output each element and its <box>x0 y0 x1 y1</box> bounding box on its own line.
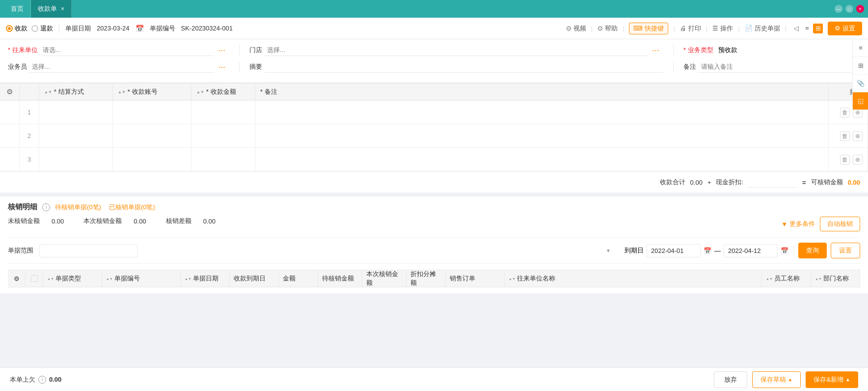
discard-button[interactable]: 放弃 <box>714 371 747 388</box>
save-draft-button[interactable]: 保存草稿 ▲ <box>752 371 801 388</box>
layout-icon-1[interactable]: ◁ <box>791 24 801 33</box>
partner-more-btn[interactable]: ··· <box>214 46 229 55</box>
radio-refund[interactable]: 退款 <box>31 24 53 33</box>
own-info-icon[interactable]: i <box>38 376 46 384</box>
staff-more-btn[interactable]: ··· <box>214 62 229 71</box>
shortcut-button[interactable]: ⌨ 快捷键 <box>629 23 668 34</box>
td-account-2[interactable] <box>113 124 191 147</box>
plus-sign: + <box>707 179 711 186</box>
th-amount: ▲▼ * 收款金额 <box>191 84 255 100</box>
date-from-input[interactable] <box>647 244 701 257</box>
copy-icon-3[interactable]: ⊕ <box>853 155 863 165</box>
tab-receipt[interactable]: 收款单 × <box>31 0 72 18</box>
calendar-icon[interactable]: 📅 <box>136 25 144 32</box>
table-gear-icon[interactable]: ⚙ <box>6 87 13 96</box>
toolbar: 收款 退款 单据日期 2023-03-24 📅 单据编号 SK-20230324… <box>0 18 868 39</box>
range-select-wrapper: ▼ <box>39 244 615 257</box>
tab-close-icon[interactable]: × <box>61 5 64 12</box>
filter-settings-button[interactable]: 设置 <box>831 243 860 258</box>
td-payment-1[interactable] <box>39 101 113 124</box>
more-conditions-btn[interactable]: ▼ 更多条件 <box>781 220 815 228</box>
copy-icon-2[interactable]: ⊕ <box>853 131 863 141</box>
store-input[interactable] <box>264 44 648 56</box>
sort-billtype-icon[interactable]: ▲▼ <box>47 277 54 280</box>
bth-partner: ▲▼ 往来单位名称 <box>505 270 762 287</box>
bth-discount-label: 折扣分摊额 <box>410 270 441 287</box>
remark-input[interactable] <box>698 61 860 73</box>
td-amount-3[interactable] <box>191 148 255 171</box>
verify-stats-row: 未核销金额 0.00 本次核销金额 0.00 核销差额 0.00 ▼ 更多条件 … <box>8 217 860 231</box>
tab-home[interactable]: 首页 <box>4 0 31 18</box>
query-button[interactable]: 查询 <box>798 243 827 258</box>
td-amount-1[interactable] <box>191 101 255 124</box>
partner-input[interactable] <box>40 44 214 56</box>
date-to-input[interactable] <box>724 244 778 257</box>
sort-billdate-icon[interactable]: ▲▼ <box>185 277 191 280</box>
sidebar-table-icon[interactable]: ≡ <box>853 39 868 57</box>
bth-billno-label: 单据编号 <box>114 274 140 283</box>
form-area: * 往来单位 ··· 门店 ··· * 业务类型 预收款 ▼ 业务员 ··· <box>0 39 868 83</box>
info-icon[interactable]: i <box>42 203 50 211</box>
radio-refund-dot <box>31 25 38 32</box>
toolbar-actions: ⊙ 视频 | ⊙ 帮助 | ⌨ 快捷键 | 🖨 打印 | ☰ 操作 | 📄 历史… <box>566 22 862 35</box>
bth-billtype: ▲▼ 单据类型 <box>43 270 102 287</box>
staff-field: 业务员 <box>8 61 214 73</box>
window-close-button[interactable]: × <box>856 5 864 13</box>
section-title: 核销明细 i 待核销单据(0笔) 已核销单据(0笔) <box>8 202 860 212</box>
print-button[interactable]: 🖨 打印 <box>680 24 701 33</box>
td-remark-2[interactable] <box>255 124 829 147</box>
bottom-right: 放弃 保存草稿 ▲ 保存&新增 ▲ <box>714 371 858 388</box>
table-area: ⚙ ▲▼ * 结算方式 ▲▼ * 收款账号 ▲▼ * 收款金额 * 备注 操作 … <box>0 83 868 193</box>
bth-billno: ▲▼ 单据编号 <box>102 270 181 287</box>
sort-partner-icon[interactable]: ▲▼ <box>509 277 515 280</box>
bottom-gear-icon[interactable]: ⚙ <box>14 275 20 282</box>
biz-type-dropdown[interactable]: 预收款 ▼ <box>718 46 860 55</box>
separator-4 <box>673 62 674 72</box>
calendar-from-icon[interactable]: 📅 <box>704 247 711 254</box>
history-button[interactable]: 📄 历史单据 <box>745 24 780 33</box>
range-select[interactable] <box>39 244 137 257</box>
window-minimize-button[interactable]: — <box>835 5 842 13</box>
td-payment-3[interactable] <box>39 148 113 171</box>
window-maximize-button[interactable]: □ <box>845 5 853 13</box>
sort-amount-icon[interactable]: ▲▼ <box>196 90 204 94</box>
video-button[interactable]: ⊙ 视频 <box>566 24 586 33</box>
operate-icon: ☰ <box>712 25 718 32</box>
staff-input[interactable] <box>29 61 214 73</box>
summary-input[interactable] <box>264 61 663 73</box>
sidebar-attach-icon[interactable]: 📎 <box>853 75 868 92</box>
delete-icon-3[interactable]: 🗑 <box>840 155 850 165</box>
help-button[interactable]: ⊙ 帮助 <box>597 24 618 33</box>
td-payment-2[interactable] <box>39 124 113 147</box>
sidebar-expand-icon[interactable]: ◱ <box>853 92 868 110</box>
sort-dept-icon[interactable]: ▲▼ <box>815 277 822 280</box>
discount-input[interactable] <box>748 177 797 188</box>
doc-label: 单据编号 <box>150 24 175 33</box>
sidebar-grid-icon[interactable]: ⊞ <box>853 57 868 75</box>
layout-icon-2[interactable]: ≡ <box>802 24 812 33</box>
operate-button[interactable]: ☰ 操作 <box>712 24 733 33</box>
tab-done[interactable]: 已核销单据(0笔) <box>109 203 155 212</box>
tab-pending[interactable]: 待核销单据(0笔) <box>55 203 101 212</box>
sort-payment-icon[interactable]: ▲▼ <box>44 90 52 94</box>
auto-verify-button[interactable]: 自动核销 <box>820 217 860 231</box>
layout-icon-3[interactable]: ⊞ <box>813 24 823 33</box>
delete-icon-1[interactable]: 🗑 <box>840 108 850 117</box>
delete-icon-2[interactable]: 🗑 <box>840 131 850 141</box>
radio-receipt[interactable]: 收款 <box>6 24 27 33</box>
sort-employee-icon[interactable]: ▲▼ <box>766 277 773 280</box>
header-checkbox[interactable] <box>31 275 38 282</box>
td-account-1[interactable] <box>113 101 191 124</box>
td-amount-2[interactable] <box>191 124 255 147</box>
equals-sign: = <box>802 179 806 186</box>
td-remark-1[interactable] <box>255 101 829 124</box>
store-more-btn[interactable]: ··· <box>648 46 663 55</box>
td-remark-3[interactable] <box>255 148 829 171</box>
settings-button[interactable]: ⚙ 设置 <box>828 22 862 35</box>
form-row-1: * 往来单位 ··· 门店 ··· * 业务类型 预收款 ▼ <box>8 44 860 56</box>
sort-billno-icon[interactable]: ▲▼ <box>106 277 113 280</box>
calendar-to-icon[interactable]: 📅 <box>781 247 788 254</box>
td-account-3[interactable] <box>113 148 191 171</box>
save-new-button[interactable]: 保存&新增 ▲ <box>806 371 858 388</box>
sort-account-icon[interactable]: ▲▼ <box>118 90 126 94</box>
